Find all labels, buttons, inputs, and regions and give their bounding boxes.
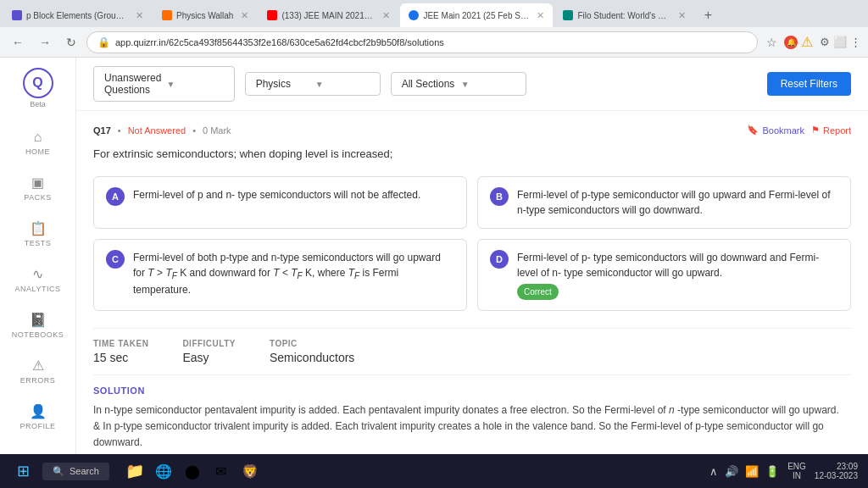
home-icon: ⌂ <box>34 130 42 145</box>
logo-icon: Q <box>23 68 53 98</box>
questions-chevron-icon: ▼ <box>166 80 223 89</box>
profile-label: PROFILE <box>19 422 55 430</box>
solution-label: SOLUTION <box>93 385 851 396</box>
menu-icon[interactable]: ⋮ <box>850 36 861 48</box>
taskbar-app-mail[interactable]: ✉ <box>209 459 233 483</box>
solution-text: In n-type semiconductor pentavalent impu… <box>93 402 851 452</box>
tab-1-close[interactable]: ✕ <box>136 10 143 21</box>
sidebar-item-analytics[interactable]: ∿ ANALYTICS <box>0 259 75 300</box>
question-text: For extrinsic semiconductors; when dopin… <box>93 146 851 163</box>
tab-3[interactable]: (133) JEE MAIN 2021 Video Solutions ✕ <box>259 3 398 27</box>
difficulty-value: Easy <box>182 351 236 364</box>
search-label: Search <box>70 466 99 476</box>
packs-icon: ▣ <box>31 175 44 191</box>
tests-icon: 📋 <box>30 220 47 236</box>
meta-dot: • <box>192 125 196 136</box>
option-c-text: Fermi-level of both p-type and n-type se… <box>133 250 454 297</box>
profile-icon: 👤 <box>30 403 47 419</box>
tab-2[interactable]: Physics Wallah ✕ <box>153 3 257 27</box>
option-a-text: Fermi-level of p and n- type semiconduct… <box>133 187 454 202</box>
new-tab-button[interactable]: + <box>696 3 720 27</box>
time-taken-label: TIME TAKEN <box>93 339 148 348</box>
logo-beta: Beta <box>30 100 46 108</box>
sidebar-item-tests[interactable]: 📋 TESTS <box>0 214 75 254</box>
tab-2-close[interactable]: ✕ <box>241 10 248 21</box>
warning-icon[interactable]: ⚠ <box>801 34 813 50</box>
taskbar-right: ∧ 🔊 📶 🔋 ENG IN 23:09 12-03-2023 <box>709 462 858 480</box>
taskbar-app-chrome[interactable]: ⬤ <box>181 459 204 483</box>
subject-chevron-icon: ▼ <box>315 80 370 89</box>
sections-filter[interactable]: All Sections ▼ <box>391 72 526 96</box>
solution-section: SOLUTION In n-type semiconductor pentava… <box>93 385 851 455</box>
tab-4-close[interactable]: ✕ <box>537 10 544 21</box>
taskbar-app-explorer[interactable]: 📁 <box>123 459 147 483</box>
battery-icon[interactable]: 🔋 <box>765 465 779 478</box>
notification-badge[interactable]: 🔔 <box>784 36 798 49</box>
lang-code: ENG <box>787 462 806 471</box>
option-a-card[interactable]: A Fermi-level of p and n- type semicondu… <box>93 176 467 229</box>
errors-icon: ⚠ <box>32 358 44 374</box>
taskbar-search[interactable]: 🔍 Search <box>42 463 109 480</box>
errors-label: ERRORS <box>20 376 56 385</box>
taskbar-apps: 📁 🌐 ⬤ ✉ 🦁 <box>123 459 262 483</box>
time-taken-value: 15 sec <box>93 351 148 364</box>
reset-filters-button[interactable]: Reset Filters <box>767 72 851 96</box>
reload-button[interactable]: ↻ <box>61 32 81 53</box>
notebooks-label: NOTEBOOKS <box>12 330 64 339</box>
tab-4-active[interactable]: JEE Main 2021 (25 Feb Shift 2) - C ✕ <box>400 3 553 27</box>
questions-filter-label: Unanswered Questions <box>104 72 161 96</box>
browser-toolbar: ← → ↻ 🔒 app.quizrr.in/62c5ca493f85644353… <box>0 27 868 58</box>
option-d-card[interactable]: D Fermi-level of p- type semiconductors … <box>477 239 851 311</box>
stats-row: TIME TAKEN 15 sec DIFFICULTY Easy TOPIC … <box>93 328 851 375</box>
logo-container: Q Beta <box>23 68 53 108</box>
forward-button[interactable]: → <box>34 32 56 53</box>
sections-filter-label: All Sections <box>402 78 456 90</box>
topic-label: TOPIC <box>270 339 354 348</box>
difficulty-label: DIFFICULTY <box>182 339 236 348</box>
clock-date: 12-03-2023 <box>815 471 858 480</box>
system-tray: ∧ 🔊 📶 🔋 <box>709 465 779 478</box>
report-button[interactable]: ⚑ Report <box>811 125 851 136</box>
options-grid: A Fermi-level of p and n- type semicondu… <box>93 176 851 311</box>
language-indicator[interactable]: ENG IN <box>787 462 806 480</box>
clock[interactable]: 23:09 12-03-2023 <box>815 462 858 480</box>
question-number: Q17 <box>93 125 111 136</box>
taskbar-app-edge[interactable]: 🌐 <box>152 459 175 483</box>
bookmark-toolbar-button[interactable]: ☆ <box>763 32 781 53</box>
question-status: Not Answered <box>128 125 186 136</box>
subject-filter[interactable]: Physics ▼ <box>245 72 381 96</box>
filter-bar: Unanswered Questions ▼ Physics ▼ All Sec… <box>76 58 868 111</box>
tab-5-close[interactable]: ✕ <box>678 10 686 21</box>
tab-1[interactable]: p Block Elements (Group 15, 16, 17, 6...… <box>3 3 152 27</box>
extensions-icon[interactable]: ⚙ <box>820 36 830 48</box>
questions-filter[interactable]: Unanswered Questions ▼ <box>93 66 235 102</box>
address-bar[interactable]: 🔒 app.quizrr.in/62c5ca493f85644353f2e168… <box>86 31 758 53</box>
sidebar: Q Beta ⌂ HOME ▣ PACKS 📋 TESTS ∿ ANALYTIC… <box>0 58 76 454</box>
option-b-card[interactable]: B Fermi-level of p-type semiconductor wi… <box>477 176 851 229</box>
window-icon[interactable]: ⬜ <box>833 36 847 48</box>
start-button[interactable]: ⊞ <box>10 458 36 484</box>
home-label: HOME <box>25 147 50 156</box>
sidebar-item-notebooks[interactable]: 📓 NOTEBOOKS <box>0 305 75 346</box>
wifi-icon[interactable]: 📶 <box>745 465 759 478</box>
tray-arrow-icon[interactable]: ∧ <box>709 465 718 478</box>
report-icon: ⚑ <box>811 125 820 136</box>
windows-icon: ⊞ <box>17 462 30 480</box>
sidebar-item-profile[interactable]: 👤 PROFILE <box>0 396 75 437</box>
option-d-text: Fermi-level of p- type semiconductors wi… <box>517 250 838 300</box>
bookmark-icon: 🔖 <box>747 125 759 136</box>
taskbar-app-brave[interactable]: 🦁 <box>238 459 262 483</box>
correct-badge: Correct <box>517 284 559 300</box>
sidebar-item-home[interactable]: ⌂ HOME <box>0 123 75 163</box>
tab-3-close[interactable]: ✕ <box>382 10 390 21</box>
volume-icon[interactable]: 🔊 <box>725 465 738 478</box>
option-c-card[interactable]: C Fermi-level of both p-type and n-type … <box>93 239 467 311</box>
tests-label: TESTS <box>25 239 52 247</box>
tab-5[interactable]: Filo Student: World's Only Live Instan..… <box>554 3 694 27</box>
question-area: Q17 • Not Answered • 0 Mark 🔖 Bookmark ⚑… <box>76 111 868 454</box>
back-button[interactable]: ← <box>7 32 29 53</box>
report-label: Report <box>823 125 851 136</box>
sidebar-item-packs[interactable]: ▣ PACKS <box>0 168 75 208</box>
bookmark-button[interactable]: 🔖 Bookmark <box>747 125 804 136</box>
sidebar-item-errors[interactable]: ⚠ ERRORS <box>0 351 75 391</box>
